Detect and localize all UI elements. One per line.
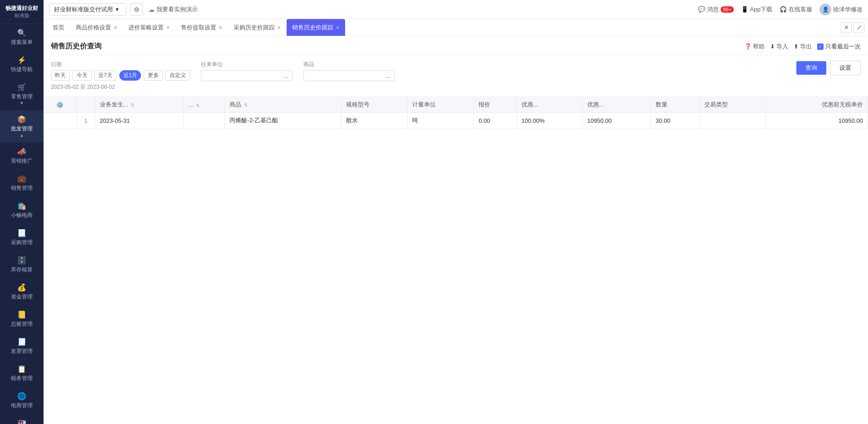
tab-home[interactable]: 首页 bbox=[47, 19, 70, 36]
sidebar-item-wholesale[interactable]: 📦 批发管理 ▲ bbox=[0, 111, 44, 143]
sidebar-item-invoice[interactable]: 🧾 发票管理 bbox=[0, 333, 44, 360]
tab-home-label: 首页 bbox=[53, 24, 64, 32]
table-header-row: ⚙️ 业务发生... ⇅ ... ⇅ 商品 ⇅ bbox=[44, 97, 868, 113]
online-service-btn[interactable]: 🎧 在线客服 bbox=[780, 5, 812, 14]
date-btn-yesterday[interactable]: 昨天 bbox=[51, 70, 70, 81]
import-label: 导入 bbox=[776, 43, 788, 51]
retail-icon: 🛒 bbox=[17, 83, 26, 92]
col-product[interactable]: 商品 ⇅ bbox=[225, 97, 341, 113]
tab-product-price-close[interactable]: × bbox=[114, 24, 117, 31]
tab-purchase-history[interactable]: 采购历史价跟踪 × bbox=[228, 19, 287, 36]
sidebar-item-purchase[interactable]: 📃 采购管理 bbox=[0, 224, 44, 251]
col-biz-date[interactable]: 业务发生... ⇅ bbox=[95, 97, 183, 113]
tab-sale-extract-label: 售价提取设置 bbox=[181, 24, 216, 32]
date-btn-7days[interactable]: 近7天 bbox=[94, 70, 117, 81]
cell-spec-0: 散水 bbox=[341, 113, 407, 129]
tab-close-btn[interactable]: ✕ bbox=[841, 22, 852, 33]
messages-icon: 💬 bbox=[698, 6, 705, 13]
col-discount1: 优惠... bbox=[517, 97, 582, 113]
sidebar-item-retail[interactable]: 🛒 零售管理 ▼ bbox=[0, 78, 44, 111]
sidebar-item-tax[interactable]: 📋 税务管理 bbox=[0, 360, 44, 387]
demo-btn[interactable]: ☁ 我要看实例演示 bbox=[148, 5, 198, 14]
retail-expand-icon: ▼ bbox=[20, 101, 24, 106]
col-biz-date-label: 业务发生... bbox=[100, 101, 128, 108]
cell-num-0: 1 bbox=[77, 113, 95, 129]
sidebar-item-ecommerce-small[interactable]: 🛍️ 小畅电商 bbox=[0, 197, 44, 224]
tab-maximize-btn[interactable]: ⤢ bbox=[853, 22, 864, 33]
page-header: 销售历史价查询 ❓ 帮助 ⬇ 导入 ⬆ 导出 只看最后一次 bbox=[44, 36, 868, 55]
tab-sales-history-label: 销售历史价跟踪 bbox=[292, 24, 333, 32]
tab-sales-history-close[interactable]: × bbox=[336, 24, 339, 31]
customer-input[interactable] bbox=[205, 72, 281, 79]
col-product-label: 商品 bbox=[229, 101, 241, 108]
cell-quantity-0: 30.00 bbox=[651, 113, 699, 129]
online-service-label: 在线客服 bbox=[789, 5, 812, 14]
date-btn-custom[interactable]: 自定义 bbox=[166, 70, 190, 81]
date-btn-more[interactable]: 更多 bbox=[144, 70, 163, 81]
tab-product-price-label: 商品价格设置 bbox=[76, 24, 111, 32]
sidebar-item-inventory[interactable]: 🗄️ 库存核算 bbox=[0, 251, 44, 279]
topbar-gear-btn[interactable]: ⚙ bbox=[130, 3, 143, 16]
col-pretax-price-label: 优惠前无税单价 bbox=[822, 101, 863, 108]
tab-purchase-strategy[interactable]: 进价策略设置 × bbox=[123, 19, 176, 36]
col-trans-type-label: 交易类型 bbox=[704, 101, 728, 108]
only-last-checkbox[interactable]: 只看最后一次 bbox=[817, 43, 861, 51]
tab-purchase-strategy-close[interactable]: × bbox=[166, 24, 170, 31]
sidebar-item-marketing[interactable]: 📣 营销推广 bbox=[0, 143, 44, 170]
tabbar: 首页 商品价格设置 × 进价策略设置 × 售价提取设置 × 采购历史价跟踪 × … bbox=[44, 19, 868, 36]
col-biz-date-sort: ⇅ bbox=[131, 102, 134, 107]
tab-sales-history[interactable]: 销售历史价跟踪 × bbox=[287, 19, 345, 36]
app-download-btn[interactable]: 📱 App下载 bbox=[741, 5, 772, 14]
import-btn[interactable]: ⬇ 导入 bbox=[770, 43, 788, 51]
col-product-sort: ⇅ bbox=[244, 102, 248, 107]
tab-product-price[interactable]: 商品价格设置 × bbox=[70, 19, 123, 36]
tab-purchase-history-label: 采购历史价跟踪 bbox=[234, 24, 275, 32]
marketing-icon: 📣 bbox=[17, 147, 26, 156]
query-btn[interactable]: 查询 bbox=[796, 61, 826, 75]
quick-nav-icon: ⚡ bbox=[17, 56, 26, 64]
tab-sale-extract-close[interactable]: × bbox=[219, 24, 222, 31]
sidebar-item-ecommerce[interactable]: 🌐 电商管理 bbox=[0, 387, 44, 414]
sidebar-item-ledger[interactable]: 📒 总账管理 bbox=[0, 306, 44, 333]
customer-input-wrap: ... bbox=[201, 70, 293, 81]
customer-dots-btn[interactable]: ... bbox=[283, 72, 288, 79]
filter-bar: 日期 昨天 今天 近7天 近1月 更多 自定义 2023-05-02 至 202… bbox=[44, 55, 868, 97]
sales-icon: 💼 bbox=[17, 174, 26, 183]
col-unit-label: 计量单位 bbox=[412, 101, 436, 108]
tab-purchase-history-close[interactable]: × bbox=[278, 24, 281, 31]
sidebar-item-capital[interactable]: 💰 资金管理 bbox=[0, 279, 44, 306]
product-dots-btn[interactable]: ... bbox=[385, 72, 391, 79]
col-more-label: ... bbox=[188, 101, 193, 108]
cell-discount1-0: 100.00% bbox=[517, 113, 582, 129]
only-last-checkbox-box bbox=[817, 43, 824, 50]
page-title: 销售历史价查询 bbox=[51, 42, 744, 51]
sidebar-item-fixed-assets[interactable]: 🏭 固定资产 bbox=[0, 414, 44, 424]
version-selector[interactable]: 好业财标准版交付试用 ▾ bbox=[49, 3, 127, 16]
capital-icon: 💰 bbox=[17, 283, 26, 292]
export-btn[interactable]: ⬆ 导出 bbox=[794, 43, 812, 51]
customer-filter-group: 往来单位 ... bbox=[201, 61, 293, 81]
help-btn[interactable]: ❓ 帮助 bbox=[744, 43, 765, 51]
date-btn-today[interactable]: 今天 bbox=[73, 70, 92, 81]
messages-label: 消息 bbox=[707, 5, 719, 14]
product-input-wrap: ... bbox=[303, 70, 395, 81]
col-spec-label: 规格型号 bbox=[346, 101, 370, 108]
sidebar-item-sales[interactable]: 💼 销售管理 bbox=[0, 170, 44, 197]
version-dropdown-icon: ▾ bbox=[116, 6, 119, 13]
product-input[interactable] bbox=[307, 72, 384, 79]
col-quoted-price: 报价 bbox=[474, 97, 517, 113]
user-menu-btn[interactable]: 👤 徐泽华修改 bbox=[819, 4, 863, 15]
col-gear[interactable]: ⚙️ bbox=[44, 97, 77, 113]
app-download-icon: 📱 bbox=[741, 6, 748, 13]
sidebar-item-search-menu[interactable]: 🔍 搜索菜单 bbox=[0, 24, 44, 51]
online-service-icon: 🎧 bbox=[780, 6, 787, 13]
col-quoted-price-label: 报价 bbox=[478, 101, 490, 108]
date-btn-1month[interactable]: 近1月 bbox=[119, 70, 141, 81]
settings-btn[interactable]: 设置 bbox=[830, 61, 861, 75]
tab-sale-extract[interactable]: 售价提取设置 × bbox=[176, 19, 228, 36]
col-more[interactable]: ... ⇅ bbox=[184, 97, 225, 113]
cell-more-0 bbox=[184, 113, 225, 129]
messages-btn[interactable]: 💬 消息 99+ bbox=[698, 5, 734, 14]
tab-purchase-strategy-label: 进价策略设置 bbox=[128, 24, 164, 32]
sidebar-item-quick-nav[interactable]: ⚡ 快捷导航 bbox=[0, 51, 44, 78]
